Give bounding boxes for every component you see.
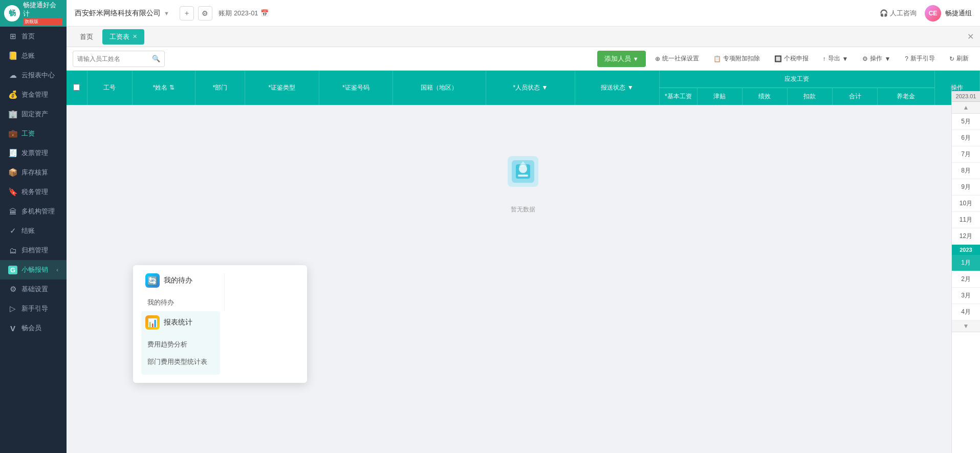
logo-text: 畅捷通好会计 旗舰版 <box>23 1 62 26</box>
guide-icon: ? <box>905 55 908 62</box>
period-value: 2023-01 <box>234 9 258 17</box>
th-allowance: 津贴 <box>697 88 742 105</box>
operation-button[interactable]: ⚙ 操作 ▼ <box>857 51 896 67</box>
search-icon: 🔍 <box>152 55 160 62</box>
th-report-status: 报送状态 ▼ <box>575 71 660 105</box>
sidebar-item-invoice[interactable]: 🧾 发票管理 <box>0 143 67 163</box>
search-box[interactable]: 🔍 <box>73 51 165 67</box>
tabbar: 首页 工资表 ✕ ✕ <box>67 27 980 47</box>
th-payroll-group: 应发工资 <box>660 71 935 88</box>
tab-close-button[interactable]: ✕ <box>133 33 137 40</box>
settings-button[interactable]: ⚙ <box>198 6 212 20</box>
popup-section-reports-header: 📊 报表统计 <box>145 315 216 330</box>
th-employee-id: 工号 <box>87 71 132 105</box>
th-pension: 养老金 <box>878 88 935 105</box>
month-panel: 2023.01 ▲ 5月 6月 7月 8月 9月 10月 11月 12月 202… <box>951 91 980 453</box>
avatar: CE <box>925 5 941 21</box>
company-name: 西安虾米网络科技有限公司 <box>75 9 161 18</box>
month-item-12[interactable]: 12月 <box>952 228 980 245</box>
sidebar-item-settlement[interactable]: ✓ 结账 <box>0 221 67 241</box>
th-id-type: *证鉴类型 <box>245 71 319 105</box>
month-item-8[interactable]: 8月 <box>952 163 980 179</box>
member-icon: V <box>8 324 17 333</box>
refresh-button[interactable]: ↻ 刷新 <box>944 51 974 67</box>
company-selector[interactable]: 西安虾米网络科技有限公司 ▼ <box>75 9 169 18</box>
salary-table: 工号 *姓名 ⇅ *部门 *证鉴类型 *证鉴号码 国籍（地区） *人员状态 ▼ … <box>67 71 980 255</box>
sidebar-item-tax[interactable]: 🔖 税务管理 <box>0 182 67 202</box>
month-item-7[interactable]: 7月 <box>952 146 980 163</box>
fund-icon: 💰 <box>8 90 17 99</box>
calendar-icon: 📅 <box>260 9 269 17</box>
month-scroll-up-button[interactable]: ▲ <box>952 102 980 114</box>
sidebar-item-new-guide[interactable]: ▷ 新手引导 <box>0 299 67 318</box>
social-security-button[interactable]: ⊕ 统一社保设置 <box>650 51 704 67</box>
sidebar-item-salary[interactable]: 💼 工资 <box>0 124 67 143</box>
month-item-11[interactable]: 11月 <box>952 212 980 228</box>
popup-section-mywork-header: 🔄 我的待办 <box>145 273 216 288</box>
popup-item-cost-trend[interactable]: 费用趋势分析 <box>145 336 216 353</box>
add-person-button[interactable]: 添加人员 ▼ <box>597 51 646 67</box>
period-selector[interactable]: 账期 2023-01 📅 <box>219 9 269 18</box>
month-item-6[interactable]: 6月 <box>952 130 980 146</box>
tax-icon: 🔖 <box>8 187 17 197</box>
checkbox-header[interactable] <box>67 71 87 105</box>
sidebar-item-multi-org[interactable]: 🏛 多机构管理 <box>0 202 67 221</box>
popup-item-mywork[interactable]: 我的待办 <box>145 294 216 311</box>
sidebar-item-member[interactable]: V 畅会员 <box>0 318 67 338</box>
month-item-10[interactable]: 10月 <box>952 196 980 212</box>
popup-item-dept-cost[interactable]: 部门费用类型统计表 <box>145 353 216 371</box>
special-deduction-button[interactable]: 📋 专项附加扣除 <box>708 51 765 67</box>
sidebar-item-fund[interactable]: 💰 资金管理 <box>0 85 67 104</box>
th-department: *部门 <box>195 71 245 105</box>
company-dropdown-arrow: ▼ <box>164 10 169 16</box>
content-area: 工号 *姓名 ⇅ *部门 *证鉴类型 *证鉴号码 国籍（地区） *人员状态 ▼ … <box>67 71 980 453</box>
add-company-button[interactable]: ＋ <box>180 6 194 20</box>
sidebar-item-cloud-report[interactable]: ☁ 云报表中心 <box>0 66 67 85</box>
sidebar-item-basic-settings[interactable]: ⚙ 基础设置 <box>0 279 67 299</box>
month-item-1[interactable]: 1月 <box>952 255 980 271</box>
settings-icon: ⚙ <box>8 285 17 294</box>
user-info[interactable]: CE 畅捷通组 <box>925 5 972 21</box>
th-nationality: 国籍（地区） <box>393 71 486 105</box>
svg-rect-4 <box>518 175 528 177</box>
export-button[interactable]: ↑ 导出 ▼ <box>818 51 854 67</box>
multi-org-icon: 🏛 <box>8 207 17 216</box>
th-id-number: *证鉴号码 <box>319 71 393 105</box>
sidebar-item-archive[interactable]: 🗂 归档管理 <box>0 241 67 260</box>
year-label: 2023 <box>952 245 980 255</box>
month-item-5[interactable]: 5月 <box>952 114 980 130</box>
month-item-3[interactable]: 3月 <box>952 288 980 304</box>
month-item-2[interactable]: 2月 <box>952 271 980 288</box>
sidebar-item-home[interactable]: ⊞ 首页 <box>0 27 67 46</box>
empty-row: 暂无数据 <box>67 105 980 255</box>
sidebar-item-xiaochangbao[interactable]: G 小畅报销 ‹ <box>0 260 67 279</box>
fixed-assets-icon: 🏢 <box>8 110 17 119</box>
archive-icon: 🗂 <box>8 246 17 255</box>
close-all-tabs-button[interactable]: ✕ <box>967 32 974 41</box>
export-arrow: ▼ <box>842 55 848 62</box>
logo-icon: 畅 <box>4 5 20 21</box>
tax-report-button[interactable]: 🔲 个税申报 <box>769 51 814 67</box>
xiaochangbao-icon: G <box>8 266 17 274</box>
popup-section-mywork: 🔄 我的待办 我的待办 <box>141 273 220 311</box>
topbar-right: 🎧 人工咨询 CE 畅捷通组 <box>880 5 972 21</box>
customer-service[interactable]: 🎧 人工咨询 <box>880 9 917 18</box>
month-scroll-down-button[interactable]: ▼ <box>952 320 980 332</box>
deduction-icon: 📋 <box>713 55 721 62</box>
cloud-icon: ☁ <box>8 71 17 80</box>
tab-home[interactable]: 首页 <box>73 29 100 45</box>
month-item-4[interactable]: 4月 <box>952 304 980 320</box>
popup-divider <box>224 273 225 311</box>
month-item-9[interactable]: 9月 <box>952 179 980 196</box>
new-guide-button[interactable]: ? 新手引导 <box>900 51 940 67</box>
th-base-salary: *基本工资 <box>660 88 698 105</box>
popup-menu: 🔄 我的待办 我的待办 📊 报表统计 费用趋势分析 部门费用类型统计表 <box>133 265 307 383</box>
search-input[interactable] <box>77 55 149 62</box>
inventory-icon: 📦 <box>8 168 17 177</box>
th-name: *姓名 ⇅ <box>132 71 195 105</box>
sidebar-item-ledger[interactable]: 📒 总账 <box>0 46 67 66</box>
tab-salary-table[interactable]: 工资表 ✕ <box>102 29 144 45</box>
sidebar-item-inventory[interactable]: 📦 库存核算 <box>0 163 67 182</box>
select-all-checkbox[interactable] <box>73 84 80 91</box>
sidebar-item-fixed-assets[interactable]: 🏢 固定资产 <box>0 104 67 124</box>
